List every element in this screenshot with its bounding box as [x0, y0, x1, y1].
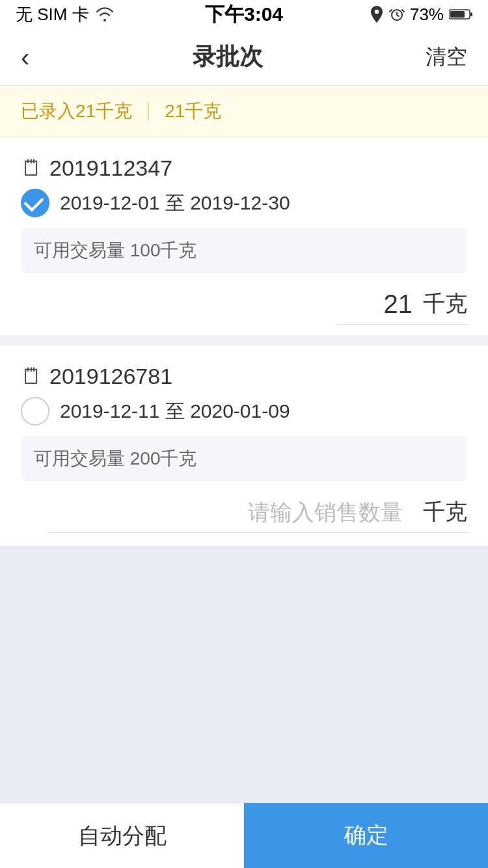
summary-label: 已录入21千克 — [21, 99, 132, 124]
svg-rect-3 — [450, 11, 465, 18]
status-bar: 无 SIM 卡 下午3:04 73% — [0, 0, 488, 29]
item1-id: 2019112347 — [49, 156, 172, 181]
wifi-icon — [96, 7, 114, 21]
item2-input-row: 千克 — [0, 481, 488, 527]
item1-quantity-unit: 千克 — [423, 289, 467, 319]
item2-available: 可用交易量 200千克 — [21, 436, 467, 481]
alarm-icon — [389, 7, 405, 22]
item1-quantity-row: 21 千克 — [0, 273, 488, 319]
item1-id-row: 🗒 2019112347 — [21, 156, 467, 181]
item1-doc-icon: 🗒 — [21, 156, 43, 181]
sim-text: 无 SIM 卡 — [16, 3, 89, 26]
item2-id-row: 🗒 2019126781 — [21, 364, 467, 389]
empty-area — [0, 546, 488, 845]
item2-id: 2019126781 — [49, 364, 172, 389]
summary-banner: 已录入21千克 21千克 — [0, 86, 488, 137]
back-button[interactable]: ‹ — [21, 44, 29, 70]
item1-quantity-value: 21 — [384, 290, 413, 319]
confirm-button[interactable]: 确定 — [244, 803, 488, 868]
item2-date: 2019-12-11 至 2020-01-09 — [60, 398, 290, 425]
section-gap-1 — [0, 335, 488, 346]
item2-radio[interactable] — [21, 397, 49, 426]
item2-quantity-input[interactable] — [21, 500, 413, 525]
page-title: 录批次 — [193, 41, 263, 73]
item1-date-row: 2019-12-01 至 2019-12-30 — [21, 189, 467, 217]
item1-date: 2019-12-01 至 2019-12-30 — [60, 190, 290, 217]
item1-radio[interactable] — [21, 189, 49, 217]
nav-bar: ‹ 录批次 清空 — [0, 29, 488, 86]
clear-button[interactable]: 清空 — [426, 43, 467, 72]
item2-bottom-pad — [0, 533, 488, 546]
status-time: 下午3:04 — [205, 1, 283, 28]
battery-icon — [449, 8, 472, 20]
item1-quantity-divider — [337, 324, 467, 325]
item-card-1: 🗒 2019112347 2019-12-01 至 2019-12-30 可用交… — [0, 137, 488, 335]
auto-distribute-button[interactable]: 自动分配 — [0, 803, 244, 868]
item2-input-unit: 千克 — [423, 497, 467, 527]
item1-available: 可用交易量 100千克 — [21, 228, 467, 273]
item-card-2: 🗒 2019126781 2019-12-11 至 2020-01-09 可用交… — [0, 346, 488, 546]
summary-divider — [148, 102, 149, 120]
item2-date-row: 2019-12-11 至 2020-01-09 — [21, 397, 467, 426]
bottom-bar: 自动分配 确定 — [0, 803, 488, 868]
location-icon — [370, 6, 384, 23]
svg-rect-2 — [470, 12, 472, 16]
item2-doc-icon: 🗒 — [21, 364, 43, 389]
battery-text: 73% — [410, 5, 444, 25]
summary-value: 21千克 — [165, 99, 221, 124]
